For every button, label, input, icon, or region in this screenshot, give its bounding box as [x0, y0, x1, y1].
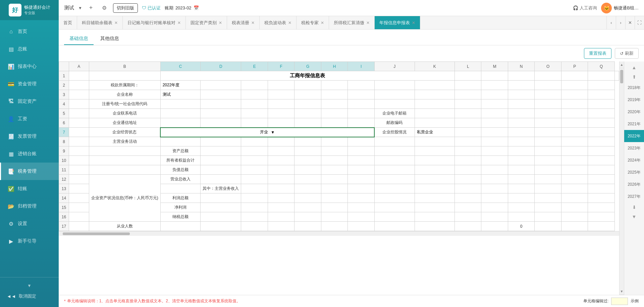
cell-7b[interactable]: 企业经营状态 [89, 128, 160, 137]
col-header-m[interactable]: M [481, 62, 508, 71]
cell-6q[interactable] [588, 118, 615, 128]
cell-14d[interactable] [201, 193, 241, 203]
cell-11l[interactable] [454, 165, 481, 175]
cell-3n[interactable] [508, 90, 534, 99]
cell-7a[interactable] [69, 128, 89, 137]
cell-5m[interactable] [481, 109, 508, 118]
refresh-button[interactable]: ↺ 刷新 [615, 48, 639, 59]
h-scroll-thumb[interactable] [63, 232, 130, 235]
cell-9p[interactable] [561, 146, 588, 156]
year-item-2021[interactable]: 2021年 [624, 118, 644, 130]
cell-5e[interactable] [241, 109, 268, 118]
sidebar-item-ledger[interactable]: ▤ 总账 [0, 40, 59, 58]
cell-5n[interactable] [508, 109, 534, 118]
cell-16h[interactable] [321, 212, 347, 222]
cell-15q[interactable] [588, 203, 615, 212]
cell-14k[interactable] [415, 193, 454, 203]
col-header-e[interactable]: E [241, 62, 268, 71]
year-item-2025[interactable]: 2025年 [624, 166, 644, 178]
cell-7o[interactable] [535, 128, 561, 137]
cell-4n[interactable] [508, 99, 534, 109]
cell-3e[interactable] [241, 90, 268, 99]
cell-15l[interactable] [454, 203, 481, 212]
cell-4a[interactable] [69, 99, 89, 109]
reset-button[interactable]: 重置报表 [584, 48, 611, 59]
cell-10i[interactable] [348, 156, 374, 165]
cell-6o[interactable] [535, 118, 561, 128]
cell-6p[interactable] [561, 118, 588, 128]
cell-10o[interactable] [535, 156, 561, 165]
cell-12e[interactable] [241, 175, 268, 184]
cell-10b[interactable] [89, 156, 160, 165]
cell-2k[interactable] [415, 81, 454, 90]
cell-10q[interactable] [588, 156, 615, 165]
header-settings-btn[interactable]: ⚙ [100, 3, 109, 13]
col-header-q[interactable]: Q [588, 62, 615, 71]
cell-6f[interactable] [268, 118, 294, 128]
cell-16g[interactable] [294, 212, 321, 222]
cell-15c[interactable]: 净利润 [160, 203, 201, 212]
cell-9a[interactable] [69, 146, 89, 156]
cell-3k[interactable] [415, 90, 454, 99]
sidebar-item-settings[interactable]: ⚙ 设置 [0, 215, 59, 232]
row-header-17[interactable]: 17 [59, 222, 69, 231]
cell-3c[interactable]: 测试 [160, 90, 201, 99]
cell-15m[interactable] [481, 203, 508, 212]
cell-2n[interactable] [508, 81, 534, 90]
cell-10j[interactable] [374, 156, 415, 165]
cell-9e[interactable] [241, 146, 268, 156]
cell-1p[interactable] [588, 71, 615, 81]
cell-1l[interactable] [481, 71, 508, 81]
cell-5g[interactable] [294, 109, 321, 118]
cell-12f[interactable] [268, 175, 294, 184]
cell-12o[interactable] [535, 175, 561, 184]
support-button[interactable]: 🎧 人工咨询 [573, 5, 597, 11]
tab-annual-report[interactable]: 年报信息申报表 ✕ [375, 16, 420, 30]
cell-12l[interactable] [454, 175, 481, 184]
cell-10c[interactable]: 所有者权益合计 [160, 156, 201, 165]
cell-9h[interactable] [321, 146, 347, 156]
cell-8c[interactable] [160, 137, 201, 146]
cell-15h[interactable] [321, 203, 347, 212]
cell-5f[interactable] [268, 109, 294, 118]
sub-tab-basic[interactable]: 基础信息 [64, 33, 94, 45]
tab-home[interactable]: 首页 [59, 16, 77, 30]
cell-4b[interactable]: 注册号/统一社会信用代码 [89, 99, 160, 109]
cell-13c[interactable] [160, 184, 201, 193]
cell-15p[interactable] [561, 203, 588, 212]
cell-2d[interactable] [201, 81, 241, 90]
cell-14a[interactable] [69, 193, 89, 203]
cell-16m[interactable] [481, 212, 508, 222]
tab-nav-right[interactable]: › [616, 16, 625, 30]
cell-6n[interactable] [508, 118, 534, 128]
cell-6g[interactable] [294, 118, 321, 128]
cell-9f[interactable] [268, 146, 294, 156]
cell-13j[interactable] [374, 184, 415, 193]
cell-5h[interactable] [321, 109, 347, 118]
year-item-2019[interactable]: 2019年 [624, 94, 644, 106]
cell-12j[interactable] [374, 175, 415, 184]
row-header-13[interactable]: 13 [59, 184, 69, 193]
user-menu[interactable]: 🐱 畅捷通B组… [601, 3, 639, 13]
cell-6h[interactable] [321, 118, 347, 128]
col-header-b[interactable]: B [89, 62, 160, 71]
tab-tax-fluctuation[interactable]: 税负波动表 ✕ [260, 16, 297, 30]
cell-8h[interactable] [321, 137, 347, 146]
cell-17p[interactable] [561, 222, 588, 231]
calendar-icon[interactable]: 📅 [194, 5, 199, 10]
cell-3p[interactable] [561, 90, 588, 99]
cell-5d[interactable] [201, 109, 241, 118]
sidebar-item-funds[interactable]: 💳 资金管理 [0, 75, 59, 93]
tab-tax-form[interactable]: 税表清册 ✕ [227, 16, 260, 30]
cell-8l[interactable] [454, 137, 481, 146]
scroll-down-btn[interactable]: ▼ [620, 288, 624, 295]
cell-8g[interactable] [294, 137, 321, 146]
cell-11n[interactable] [508, 165, 534, 175]
row-header-12[interactable]: 12 [59, 175, 69, 184]
cell-7n[interactable] [508, 128, 534, 137]
cell-9b[interactable] [89, 146, 160, 156]
tab-income-tax[interactable]: 所得税汇算清缴 ✕ [329, 16, 375, 30]
cell-15f[interactable] [268, 203, 294, 212]
sidebar-item-archive[interactable]: 📂 归档管理 [0, 198, 59, 215]
cell-9l[interactable] [454, 146, 481, 156]
